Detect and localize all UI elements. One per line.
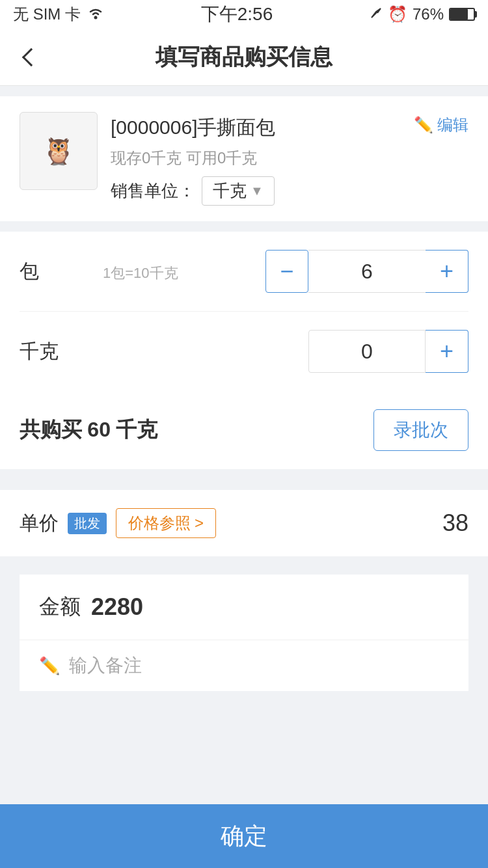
divider-2 bbox=[0, 469, 488, 480]
location-icon bbox=[370, 5, 383, 23]
bag-label: 包 bbox=[20, 258, 98, 285]
amount-value: 2280 bbox=[91, 593, 143, 621]
alarm-icon: ⏰ bbox=[388, 5, 407, 23]
unit-selector[interactable]: 千克 ▼ bbox=[202, 176, 275, 206]
price-section: 单价 批发 价格参照 > 38 bbox=[0, 490, 488, 556]
total-section: 共购买 60 千克 录批次 bbox=[0, 391, 488, 469]
kg-qty-row: 千克 + bbox=[20, 312, 468, 391]
price-badge: 批发 bbox=[68, 513, 107, 534]
product-card: 🦉 [0000006]手撕面包 ✏️ 编辑 现存0千克 可用0千克 销售单位： … bbox=[0, 96, 488, 221]
status-bar: 无 SIM 卡 下午2:56 ⏰ 76% bbox=[0, 0, 488, 29]
product-unit-row: 销售单位： 千克 ▼ bbox=[111, 176, 468, 206]
edit-icon: ✏️ bbox=[414, 116, 433, 134]
total-unit: 千克 bbox=[116, 418, 157, 441]
edit-label: 编辑 bbox=[437, 115, 468, 135]
status-time: 下午2:56 bbox=[201, 2, 273, 27]
bag-increment-button[interactable]: + bbox=[426, 250, 468, 293]
bag-qty-input[interactable] bbox=[308, 250, 426, 293]
dropdown-arrow-icon: ▼ bbox=[251, 183, 264, 198]
total-amount: 60 bbox=[87, 418, 111, 441]
kg-qty-input[interactable] bbox=[308, 330, 426, 373]
battery-icon bbox=[449, 8, 475, 21]
svg-point-0 bbox=[94, 16, 98, 20]
back-arrow-icon bbox=[21, 47, 40, 66]
total-prefix: 共购买 bbox=[20, 418, 82, 441]
unit-value: 千克 bbox=[213, 180, 247, 202]
kg-label-wrap: 千克 bbox=[20, 338, 308, 365]
batch-button[interactable]: 录批次 bbox=[373, 409, 468, 451]
pencil-icon: ✏️ bbox=[39, 656, 60, 676]
price-ref-button[interactable]: 价格参照 > bbox=[116, 508, 216, 538]
bag-qty-row: 包 1包=10千克 − + bbox=[20, 232, 468, 312]
carrier-label: 无 SIM 卡 bbox=[13, 4, 81, 25]
remark-row[interactable]: ✏️ 输入备注 bbox=[20, 640, 468, 691]
battery-percent: 76% bbox=[413, 5, 444, 23]
wifi-icon bbox=[87, 5, 104, 23]
product-stock: 现存0千克 可用0千克 bbox=[111, 148, 468, 169]
bag-qty-controls: − + bbox=[265, 250, 468, 293]
confirm-button[interactable]: 确定 bbox=[0, 804, 488, 868]
price-ref-label: 价格参照 bbox=[128, 513, 191, 534]
status-left: 无 SIM 卡 bbox=[13, 4, 104, 25]
kg-increment-button[interactable]: + bbox=[426, 330, 468, 373]
product-thumbnail: 🦉 bbox=[20, 112, 98, 190]
price-ref-arrow-icon: > bbox=[195, 514, 204, 532]
bag-label-wrap: 包 1包=10千克 bbox=[20, 258, 265, 285]
nav-bar: 填写商品购买信息 bbox=[0, 29, 488, 86]
product-name: [0000006]手撕面包 bbox=[111, 115, 275, 141]
kg-qty-controls: + bbox=[308, 330, 468, 373]
price-label: 单价 bbox=[20, 510, 59, 537]
unit-label: 销售单位： bbox=[111, 180, 195, 202]
bag-sublabel: 1包=10千克 bbox=[103, 264, 178, 283]
divider-1 bbox=[0, 221, 488, 232]
quantity-section: 包 1包=10千克 − + 千克 + bbox=[0, 232, 488, 391]
bag-decrement-button[interactable]: − bbox=[265, 250, 308, 293]
price-value: 38 bbox=[442, 509, 468, 537]
page-title: 填写商品购买信息 bbox=[156, 42, 332, 72]
product-info: [0000006]手撕面包 ✏️ 编辑 现存0千克 可用0千克 销售单位： 千克… bbox=[111, 112, 468, 206]
back-button[interactable] bbox=[0, 29, 52, 86]
amount-row: 金额 2280 bbox=[20, 575, 468, 640]
total-text: 共购买 60 千克 bbox=[20, 416, 157, 444]
remark-placeholder: 输入备注 bbox=[69, 653, 142, 678]
kg-label: 千克 bbox=[20, 338, 98, 365]
status-right: ⏰ 76% bbox=[370, 5, 475, 23]
product-logo-icon: 🦉 bbox=[42, 136, 75, 167]
amount-label: 金额 bbox=[39, 593, 81, 621]
amount-section: 金额 2280 ✏️ 输入备注 bbox=[0, 556, 488, 691]
edit-button[interactable]: ✏️ 编辑 bbox=[414, 115, 468, 135]
